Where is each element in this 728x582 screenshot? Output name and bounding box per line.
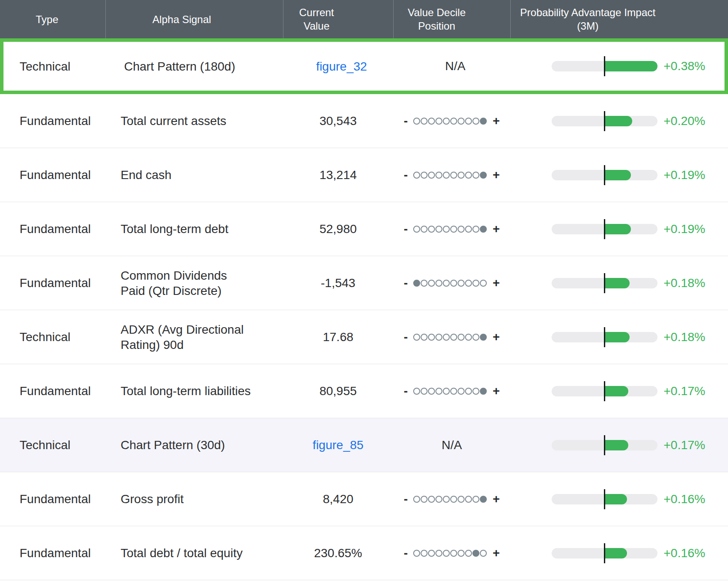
decile-dot (428, 118, 435, 125)
type-label: Fundamental (20, 383, 91, 399)
decile-dot (435, 334, 442, 341)
impact-value: +0.16% (664, 546, 705, 560)
decile-dot (421, 334, 428, 341)
column-header-current-value-label: Current Value (294, 6, 340, 33)
decile-dot (458, 496, 465, 503)
decile-dot-filled (480, 226, 487, 233)
type-cell: Technical (0, 418, 105, 472)
type-cell: Technical (0, 310, 105, 364)
decile-dot (458, 226, 465, 233)
signal-label: Common Dividends Paid (Qtr Discrete) (121, 268, 255, 298)
decile-dot (458, 550, 465, 557)
table-row[interactable]: Fundamental Total current assets 30,543 … (0, 94, 728, 148)
impact-bar (552, 224, 657, 234)
current-value: 17.68 (323, 329, 353, 345)
decile-minus-label: - (404, 331, 408, 343)
decile-dot (443, 226, 450, 233)
impact-bar-fill (605, 494, 627, 504)
decile-dot-filled (472, 550, 479, 557)
decile-dot (450, 172, 457, 179)
decile-dot (413, 550, 420, 557)
impact-zero-tick (604, 56, 605, 76)
impact-bar (552, 278, 657, 288)
table-row[interactable]: Technical Chart Pattern (180d) figure_32… (0, 38, 728, 94)
impact-value: +0.18% (664, 330, 705, 344)
decile-dot (428, 172, 435, 179)
table-row[interactable]: Technical ADXR (Avg Directional Rating) … (0, 310, 728, 364)
value-cell: 8,420 (283, 472, 393, 526)
figure-link[interactable]: figure_85 (313, 437, 364, 453)
decile-minus-label: - (404, 223, 408, 235)
table-row[interactable]: Technical Chart Pattern (30d) figure_85 … (0, 418, 728, 472)
decile-dot-filled (480, 118, 487, 125)
decile-dot (472, 334, 479, 341)
value-cell: -1,543 (283, 256, 393, 310)
decile-dot (458, 172, 465, 179)
type-label: Fundamental (20, 491, 91, 507)
decile-dot (450, 280, 457, 287)
decile-na-label: N/A (442, 438, 462, 452)
decile-dot (480, 550, 487, 557)
impact-cell: +0.17% (510, 364, 728, 418)
impact-cell: +0.38% (514, 42, 725, 91)
decile-dot (428, 550, 435, 557)
decile-cell: -+ (393, 364, 510, 418)
impact-value: +0.20% (664, 114, 705, 128)
decile-dot (413, 388, 420, 395)
signal-label: Chart Pattern (30d) (121, 437, 225, 453)
decile-dot (472, 172, 479, 179)
table-row[interactable]: Fundamental End cash 13,214 -+ +0.19% (0, 148, 728, 202)
signal-cell: Chart Pattern (180d) (109, 42, 286, 91)
decile-dot (413, 172, 420, 179)
table-row[interactable]: Fundamental Total long-term liabilities … (0, 364, 728, 418)
table-body: Technical Chart Pattern (180d) figure_32… (0, 38, 728, 580)
column-header-value-decile-position-label: Value Decile Position (394, 6, 480, 33)
signal-cell: Common Dividends Paid (Qtr Discrete) (105, 256, 283, 310)
decile-dot (435, 388, 442, 395)
decile-widget: -+ (404, 493, 500, 505)
decile-dot (443, 334, 450, 341)
decile-dot-filled (413, 280, 420, 287)
signal-label: Total current assets (121, 113, 226, 129)
current-value: 30,543 (320, 113, 357, 129)
table-row[interactable]: Fundamental Total debt / total equity 23… (0, 526, 728, 580)
column-header-current-value: Current Value (283, 0, 393, 38)
value-cell: 52,980 (283, 202, 393, 256)
decile-dot (443, 172, 450, 179)
decile-dots (413, 226, 487, 233)
figure-link[interactable]: figure_32 (316, 59, 367, 74)
decile-dots (413, 496, 487, 503)
table-header-row: Type Alpha Signal Current Value Value De… (0, 0, 728, 38)
decile-dot (450, 118, 457, 125)
impact-bar (552, 61, 657, 71)
decile-dot (450, 226, 457, 233)
table-row[interactable]: Fundamental Total long-term debt 52,980 … (0, 202, 728, 256)
decile-plus-label: + (492, 331, 499, 343)
impact-zero-tick (604, 543, 605, 563)
current-value: 52,980 (320, 221, 357, 237)
decile-dots (413, 172, 487, 179)
decile-plus-label: + (492, 169, 499, 181)
decile-dot (428, 388, 435, 395)
decile-dot (428, 226, 435, 233)
decile-dot (443, 280, 450, 287)
decile-dot-filled (480, 172, 487, 179)
impact-cell: +0.17% (510, 418, 728, 472)
decile-widget: -+ (404, 115, 500, 127)
decile-dot (472, 226, 479, 233)
type-label: Fundamental (20, 167, 91, 183)
decile-dot (450, 550, 457, 557)
decile-dot (435, 550, 442, 557)
decile-dot (421, 226, 428, 233)
value-cell: figure_85 (283, 418, 393, 472)
decile-dot (428, 334, 435, 341)
column-header-alpha-signal-label: Alpha Signal (152, 13, 211, 26)
table-row[interactable]: Fundamental Common Dividends Paid (Qtr D… (0, 256, 728, 310)
type-cell: Technical (3, 42, 109, 91)
impact-cell: +0.18% (510, 310, 728, 364)
table-row[interactable]: Fundamental Gross profit 8,420 -+ +0.16% (0, 472, 728, 526)
impact-bar (552, 440, 657, 450)
decile-dots (413, 280, 487, 287)
impact-bar (552, 494, 657, 504)
decile-dot (421, 280, 428, 287)
